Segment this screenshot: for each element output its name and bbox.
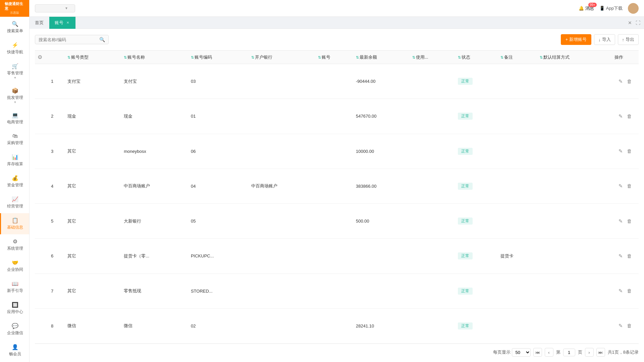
status-badge-0: 正常 bbox=[458, 78, 473, 85]
delete-btn-6[interactable]: 🗑 bbox=[626, 287, 633, 294]
sidebar-item-wechat[interactable]: 💬 企业微信 bbox=[0, 319, 29, 340]
row-balance-3: 383866.00 bbox=[353, 169, 410, 203]
col-bank[interactable]: ⇅开户银行 bbox=[249, 51, 316, 64]
search-box[interactable]: 🔍 bbox=[35, 35, 109, 44]
row-settlement-5 bbox=[537, 239, 612, 274]
row-actions-4: ✎ 🗑 bbox=[612, 204, 639, 239]
guide-icon: 📖 bbox=[12, 281, 18, 287]
col-settlement[interactable]: ⇅默认结算方式 bbox=[537, 51, 612, 64]
sidebar-item-apps[interactable]: 🔲 应用中心 bbox=[0, 298, 29, 319]
retail-icon: 🛒 bbox=[12, 63, 18, 69]
sidebar-item-retail[interactable]: 🛒 零售管理 ▼ bbox=[0, 59, 29, 83]
export-button[interactable]: ↑ 导出 bbox=[618, 34, 639, 45]
row-type-7: 微信 bbox=[65, 308, 121, 343]
row-account-1 bbox=[315, 99, 353, 134]
edit-btn-4[interactable]: ✎ bbox=[617, 218, 624, 225]
top-search-box[interactable]: ▼ bbox=[35, 4, 75, 12]
row-name-0: 支付宝 bbox=[121, 64, 188, 99]
sidebar-item-guide[interactable]: 📖 新手引导 bbox=[0, 277, 29, 298]
delete-btn-4[interactable]: 🗑 bbox=[626, 218, 633, 225]
col-status[interactable]: ⇅状态 bbox=[455, 51, 498, 64]
page-input[interactable] bbox=[563, 349, 575, 356]
col-account[interactable]: ⇅账号 bbox=[315, 51, 353, 64]
sidebar-item-member[interactable]: 👤 畅会员 bbox=[0, 340, 29, 361]
row-index-4: 5 bbox=[48, 204, 65, 239]
close-tab-icon[interactable]: ✕ bbox=[627, 19, 633, 26]
sidebar-item-enterprise[interactable]: 🤝 企业协同 bbox=[0, 255, 29, 277]
notification-area[interactable]: 🔔 消息 99+ bbox=[579, 5, 594, 11]
tab-account-close[interactable]: ✕ bbox=[65, 20, 70, 25]
row-bank-7 bbox=[249, 308, 316, 343]
sidebar-item-system[interactable]: ⚙ 系统管理 bbox=[0, 234, 29, 255]
prev-page-btn[interactable]: ‹ bbox=[545, 348, 553, 357]
row-balance-4: 500.00 bbox=[353, 204, 410, 239]
sidebar-label-member: 畅会员 bbox=[9, 351, 21, 357]
row-bank-2 bbox=[249, 134, 316, 169]
table-settings-icon[interactable]: ⚙ bbox=[38, 54, 42, 60]
col-balance[interactable]: ⇅最新余额 bbox=[353, 51, 410, 64]
delete-btn-1[interactable]: 🗑 bbox=[626, 113, 633, 120]
row-balance-1: 547670.00 bbox=[353, 99, 410, 134]
first-page-btn[interactable]: ⏮ bbox=[533, 348, 542, 357]
edit-btn-0[interactable]: ✎ bbox=[617, 78, 624, 85]
row-type-4: 其它 bbox=[65, 204, 121, 239]
edit-btn-7[interactable]: ✎ bbox=[617, 322, 624, 329]
col-name[interactable]: ⇅账号名称 bbox=[121, 51, 188, 64]
row-remark-0 bbox=[498, 64, 537, 99]
col-type[interactable]: ⇅账号类型 bbox=[65, 51, 121, 64]
sidebar-item-inventory[interactable]: 📊 库存核算 bbox=[0, 150, 29, 171]
sidebar-item-ecommerce[interactable]: 💻 电商管理 bbox=[0, 108, 29, 129]
col-usage[interactable]: ⇅使用... bbox=[410, 51, 455, 64]
export-label: 导出 bbox=[626, 37, 634, 43]
row-code-6: STORED... bbox=[188, 274, 249, 308]
delete-btn-2[interactable]: 🗑 bbox=[626, 147, 633, 155]
col-code[interactable]: ⇅账号编码 bbox=[188, 51, 249, 64]
edit-btn-2[interactable]: ✎ bbox=[617, 147, 624, 155]
row-usage-6 bbox=[410, 274, 455, 308]
search-input[interactable] bbox=[39, 37, 99, 42]
tab-bar: 首页 账号 ✕ ✕ ⛶ bbox=[30, 17, 644, 29]
finance-icon: 💰 bbox=[12, 175, 18, 181]
last-page-btn[interactable]: ⏭ bbox=[596, 348, 605, 357]
import-button[interactable]: ↓ 导入 bbox=[594, 34, 615, 45]
maximize-icon[interactable]: ⛶ bbox=[635, 19, 641, 26]
top-header: ▼ 🔔 消息 99+ 📱 App下载 bbox=[30, 0, 644, 17]
search-dropdown-icon[interactable]: ▼ bbox=[65, 6, 68, 10]
row-type-3: 其它 bbox=[65, 169, 121, 203]
row-name-4: 大新银行 bbox=[121, 204, 188, 239]
page-size-select[interactable]: 50 100 200 bbox=[512, 348, 531, 357]
delete-btn-0[interactable]: 🗑 bbox=[626, 78, 633, 85]
edit-btn-3[interactable]: ✎ bbox=[617, 182, 624, 190]
tab-account[interactable]: 账号 ✕ bbox=[49, 17, 76, 29]
status-badge-3: 正常 bbox=[458, 183, 473, 190]
sidebar-item-operation[interactable]: 📈 经营管理 bbox=[0, 192, 29, 213]
sidebar-item-purchase[interactable]: 🛍 采购管理 bbox=[0, 129, 29, 150]
sidebar-item-search[interactable]: 🔍 搜索菜单 bbox=[0, 17, 29, 38]
sidebar-item-wholesale[interactable]: 📦 批发管理 ▼ bbox=[0, 83, 29, 108]
edit-btn-1[interactable]: ✎ bbox=[617, 113, 624, 120]
sidebar-item-shortcut[interactable]: ⚡ 快捷导航 bbox=[0, 38, 29, 59]
tab-home-label: 首页 bbox=[35, 20, 44, 26]
col-settings[interactable]: ⚙ bbox=[35, 51, 48, 64]
search-icon[interactable]: 🔍 bbox=[99, 37, 105, 42]
edit-btn-6[interactable]: ✎ bbox=[617, 287, 624, 295]
tab-home[interactable]: 首页 bbox=[30, 17, 49, 29]
edit-btn-5[interactable]: ✎ bbox=[617, 252, 624, 260]
delete-btn-5[interactable]: 🗑 bbox=[626, 252, 633, 259]
app-download-btn[interactable]: 📱 App下载 bbox=[599, 5, 623, 11]
sidebar-item-basic[interactable]: 📋 基础信息 bbox=[0, 213, 29, 234]
add-account-button[interactable]: + 新增账号 bbox=[561, 34, 591, 45]
sidebar-item-finance[interactable]: 💰 资金管理 bbox=[0, 171, 29, 192]
row-status-3: 正常 bbox=[455, 169, 498, 203]
search-icon: 🔍 bbox=[12, 21, 18, 27]
user-avatar[interactable] bbox=[628, 3, 639, 14]
col-remark[interactable]: ⇅备注 bbox=[498, 51, 537, 64]
next-page-btn[interactable]: › bbox=[585, 348, 594, 357]
table-row: 3 其它 moneybosx 06 10000.00 正常 ✎ 🗑 bbox=[35, 134, 639, 169]
top-search-input[interactable] bbox=[38, 6, 65, 11]
shortcut-icon: ⚡ bbox=[12, 42, 18, 48]
header-right: 🔔 消息 99+ 📱 App下载 bbox=[579, 3, 639, 14]
delete-btn-3[interactable]: 🗑 bbox=[626, 182, 633, 189]
delete-btn-7[interactable]: 🗑 bbox=[626, 322, 633, 329]
row-settlement-7 bbox=[537, 308, 612, 343]
